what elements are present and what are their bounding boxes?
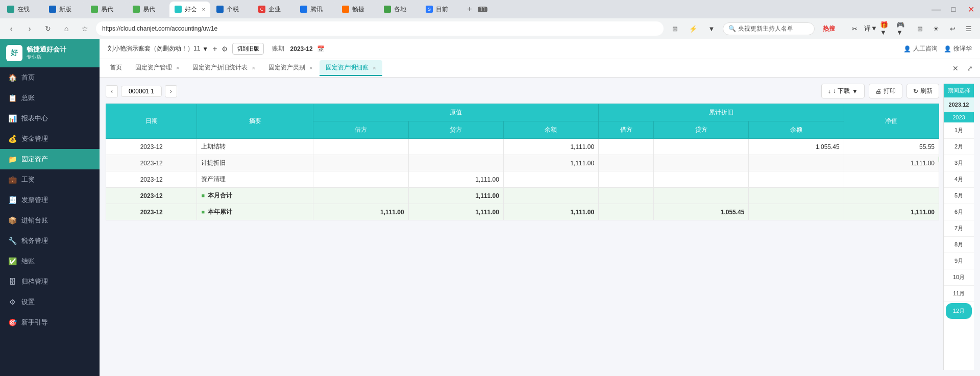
period-month-3[interactable]: 3月 bbox=[944, 155, 974, 171]
nav-back[interactable]: ‹ bbox=[4, 21, 18, 36]
table-wrapper: 日期 摘要 原值 累计折旧 净值 借方 贷方 余额 借方 bbox=[106, 104, 939, 370]
settings-icon: ⚙ bbox=[8, 298, 16, 306]
version-switch-button[interactable]: 切到旧版 bbox=[232, 43, 264, 55]
period-month-8[interactable]: 8月 bbox=[944, 237, 974, 253]
period-year-selected[interactable]: 2023.12 bbox=[944, 97, 974, 112]
browser-tab-changjie[interactable]: 畅捷 bbox=[337, 2, 378, 17]
sidebar-item-reports[interactable]: 📊 报表中心 bbox=[0, 108, 100, 129]
tab-label-haohui: 好会 bbox=[185, 5, 197, 14]
tab-favicon-muqian: S bbox=[426, 6, 433, 13]
download-button[interactable]: ↓ ↓ 下载 ▼ bbox=[821, 84, 865, 98]
browser-tab-qiye[interactable]: C 企业 bbox=[253, 2, 294, 17]
company-select[interactable]: 刘小艳演示账套（勿删勿动！）11 ▼ bbox=[108, 44, 208, 53]
brightness-icon[interactable]: ☀ bbox=[929, 21, 943, 36]
browser-tab-yidai2[interactable]: 易代 bbox=[128, 2, 168, 17]
user-profile[interactable]: 👤 徐译华 bbox=[944, 44, 972, 53]
address-input[interactable] bbox=[96, 21, 664, 36]
search-area[interactable]: 🔍 央视更新主持人名单 bbox=[723, 22, 815, 35]
browser-tab-haohui[interactable]: 好会 × bbox=[169, 2, 210, 17]
translate-icon[interactable]: 译▼ bbox=[864, 21, 878, 36]
nav-refresh[interactable]: ↻ bbox=[41, 21, 55, 36]
tab-home[interactable]: 首页 bbox=[104, 60, 128, 76]
tab-asset-ledger-close[interactable]: × bbox=[373, 65, 376, 71]
tab-label-qiye: 企业 bbox=[268, 5, 281, 14]
sidebar-item-funds[interactable]: 💰 资金管理 bbox=[0, 129, 100, 149]
browser-tab-gedi[interactable]: 各地 bbox=[379, 2, 420, 17]
browser-tab-new[interactable]: 新版 bbox=[44, 2, 85, 17]
account-settings-icon[interactable]: ⚙ bbox=[222, 45, 228, 53]
window-minimize[interactable]: — bbox=[929, 2, 943, 16]
extension-icon1[interactable]: ⊞ bbox=[668, 21, 682, 36]
window-maximize[interactable]: □ bbox=[946, 2, 961, 16]
tab-close-icon[interactable]: ✕ bbox=[949, 62, 962, 74]
table-row: 2023-12 ■ 本年累计 1,111.00 1,111.00 1,111.0… bbox=[106, 204, 939, 220]
sidebar-label-guide: 新手引导 bbox=[21, 318, 48, 327]
period-month-4[interactable]: 4月 bbox=[944, 171, 974, 188]
tab-asset-category-close[interactable]: × bbox=[309, 65, 312, 71]
period-month-5[interactable]: 5月 bbox=[944, 188, 974, 204]
window-close[interactable]: ✕ bbox=[964, 2, 978, 16]
sidebar-item-fixed-assets[interactable]: 📁 固定资产 bbox=[0, 149, 100, 169]
nav-bookmark[interactable]: ☆ bbox=[78, 21, 92, 36]
browser-tab-yidai1[interactable]: 易代 bbox=[86, 2, 127, 17]
sidebar-item-guide[interactable]: 🎯 新手引导 bbox=[0, 312, 100, 333]
tab-asset-ledger[interactable]: 固定资产明细账 × bbox=[320, 60, 382, 76]
print-label: 打印 bbox=[884, 87, 896, 95]
grid-icon[interactable]: ⊞ bbox=[913, 21, 927, 36]
cell-net-value: 1,111.00 bbox=[844, 204, 939, 220]
sidebar-item-payroll[interactable]: 💼 工资 bbox=[0, 169, 100, 190]
service-user-icon: 👤 bbox=[903, 45, 911, 53]
sidebar-item-invoice[interactable]: 🧾 发票管理 bbox=[0, 190, 100, 210]
browser-tab-tencent[interactable]: 腾讯 bbox=[295, 2, 336, 17]
sidebar-item-settings[interactable]: ⚙ 设置 bbox=[0, 292, 100, 312]
wallet-icon[interactable]: 🎁▼ bbox=[880, 21, 894, 36]
tab-label-online: 在线 bbox=[17, 5, 30, 14]
sidebar-item-home[interactable]: 🏠 首页 bbox=[0, 67, 100, 88]
period-month-6[interactable]: 6月 bbox=[944, 204, 974, 220]
service-button[interactable]: 👤 人工咨询 bbox=[903, 44, 938, 53]
company-dropdown-icon: ▼ bbox=[202, 45, 208, 53]
history-icon[interactable]: ↩ bbox=[945, 21, 960, 36]
period-month-11[interactable]: 11月 bbox=[944, 286, 974, 302]
browser-tab-geshui[interactable]: 个税 bbox=[211, 2, 252, 17]
action-buttons: ↓ ↓ 下载 ▼ 🖨 打印 ↻ 刷新 bbox=[821, 84, 939, 98]
tab-asset-category[interactable]: 固定资产类别 × bbox=[262, 60, 318, 76]
pagination-prev[interactable]: ‹ bbox=[106, 85, 118, 97]
sidebar-item-archive[interactable]: 🗄 归档管理 bbox=[0, 271, 100, 292]
browser-tab-muqian[interactable]: S 目前 bbox=[421, 2, 461, 17]
period-value: 2023-12 bbox=[290, 45, 313, 53]
game-icon[interactable]: 🎮▼ bbox=[896, 21, 911, 36]
pagination-next[interactable]: › bbox=[165, 85, 177, 97]
sidebar-item-close-account[interactable]: ✅ 结账 bbox=[0, 251, 100, 271]
tab-fixed-asset-mgmt[interactable]: 固定资产管理 × bbox=[129, 60, 185, 76]
sidebar-item-ledger[interactable]: 📋 总账 bbox=[0, 88, 100, 108]
nav-forward[interactable]: › bbox=[22, 21, 37, 36]
cell-original-balance bbox=[503, 188, 598, 204]
calendar-icon[interactable]: 📅 bbox=[317, 45, 325, 53]
nav-home[interactable]: ⌂ bbox=[59, 21, 74, 36]
period-month-12[interactable]: 12月 bbox=[946, 303, 972, 319]
refresh-button[interactable]: ↻ 刷新 bbox=[906, 84, 939, 98]
period-month-1[interactable]: 1月 bbox=[944, 122, 974, 139]
period-month-10[interactable]: 10月 bbox=[944, 269, 974, 286]
tab-depreciation-stats[interactable]: 固定资产折旧统计表 × bbox=[186, 60, 261, 76]
tab-label-tencent: 腾讯 bbox=[310, 5, 323, 14]
menu-icon[interactable]: ☰ bbox=[962, 21, 976, 36]
address-bar-expand[interactable]: ▼ bbox=[704, 21, 719, 36]
extension-icon2[interactable]: ⚡ bbox=[686, 21, 700, 36]
period-month-7[interactable]: 7月 bbox=[944, 220, 974, 237]
browser-tab-online[interactable]: 在线 bbox=[2, 2, 43, 17]
scissor-icon[interactable]: ✂ bbox=[847, 21, 862, 36]
cell-accum-credit bbox=[654, 188, 749, 204]
sidebar-item-trading[interactable]: 📦 进销台账 bbox=[0, 210, 100, 231]
tab-depreciation-stats-close[interactable]: × bbox=[252, 65, 255, 71]
add-account-button[interactable]: + bbox=[212, 44, 217, 54]
period-month-9[interactable]: 9月 bbox=[944, 253, 974, 269]
tab-fixed-asset-mgmt-close[interactable]: × bbox=[176, 65, 179, 71]
print-button[interactable]: 🖨 打印 bbox=[869, 84, 902, 98]
period-month-2[interactable]: 2月 bbox=[944, 139, 974, 155]
tab-close-haohui[interactable]: × bbox=[202, 6, 205, 12]
tab-expand-icon[interactable]: ⤢ bbox=[964, 62, 976, 74]
sidebar-item-tax[interactable]: 🔧 税务管理 bbox=[0, 231, 100, 251]
tab-add-button[interactable]: + bbox=[462, 2, 477, 16]
